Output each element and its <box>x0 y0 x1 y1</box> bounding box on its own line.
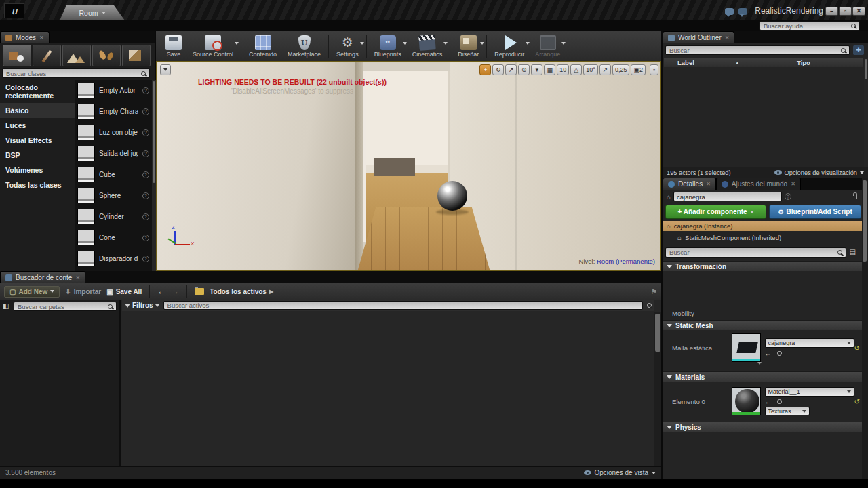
section-physics[interactable]: Physics <box>663 422 863 432</box>
asset-grid-scrollbar[interactable] <box>654 312 661 466</box>
placeable-disparador-de[interactable]: Disparador de? <box>75 248 152 269</box>
category-colocado-recientemente[interactable]: Colocado recientemente <box>0 80 75 103</box>
back-button[interactable]: ← <box>157 287 165 296</box>
tab-content-browser[interactable]: Buscador de conte ✕ <box>0 271 85 283</box>
help-icon[interactable]: ? <box>142 171 149 178</box>
add-component-button[interactable]: + Añadir componente <box>665 205 766 219</box>
save-all-button[interactable]: ▣ Save All <box>106 288 142 296</box>
category-bsp[interactable]: BSP <box>0 148 75 163</box>
scale-snap-value[interactable]: 0,25 <box>612 64 630 75</box>
placeable-cone[interactable]: Cone? <box>75 227 152 248</box>
category-todas-las-clases[interactable]: Todas las clases <box>0 178 75 192</box>
grid-snap-button[interactable]: ▦ <box>544 64 555 75</box>
help-search-input[interactable]: Buscar ayuda <box>760 21 860 30</box>
help-icon[interactable]: ? <box>142 214 149 220</box>
help-icon[interactable]: ? <box>142 108 149 115</box>
outliner-view-options[interactable]: Opciones de visualización <box>774 169 865 176</box>
tab-world-settings[interactable]: Ajustes del mundo ✕ <box>716 178 801 190</box>
breadcrumb[interactable]: Todos los activos ▶ <box>210 288 273 296</box>
level-indicator-value[interactable]: Room (Permanente) <box>597 258 655 265</box>
lock-icon[interactable] <box>852 195 857 199</box>
column-type[interactable]: Tipo <box>797 59 810 66</box>
category-visual-effects[interactable]: Visual Effects <box>0 133 75 148</box>
camera-speed-button[interactable]: ▣ 2 <box>631 64 646 75</box>
toolbar-save-button[interactable]: Save <box>160 34 187 58</box>
viewport[interactable]: ZX + ↻ ↗ ⊕ ▾ ▦ 10 △ 10° ↗ 0,25 ▣ 2 ▫ LIG… <box>156 61 661 271</box>
material-dropdown[interactable]: Material__1 <box>765 387 854 396</box>
maximize-button[interactable]: ▫ <box>839 7 852 16</box>
minimize-button[interactable]: – <box>825 7 838 16</box>
reset-icon[interactable]: ↺ <box>854 344 860 352</box>
close-icon[interactable]: ✕ <box>725 35 730 41</box>
list-view-icon[interactable]: ▤ <box>850 248 856 256</box>
feedback-icon[interactable] <box>725 8 734 15</box>
level-tab-room[interactable]: Room <box>60 5 125 20</box>
outliner-scrollbar[interactable] <box>864 58 868 167</box>
toolbar-source-control-button[interactable]: Source Control <box>187 34 239 58</box>
toolbar-cinematics-button[interactable]: Cinematics <box>407 34 448 58</box>
placeable-sphere[interactable]: Sphere? <box>75 185 152 206</box>
grid-snap-value[interactable]: 10 <box>557 64 569 75</box>
placeable-empty-actor[interactable]: Empty Actor? <box>75 80 152 101</box>
mode-landscape-button[interactable] <box>62 45 91 66</box>
toolbar-settings-button[interactable]: ⚙Settings <box>331 34 364 58</box>
category-luces[interactable]: Luces <box>0 118 75 133</box>
close-icon[interactable]: ✕ <box>791 181 795 187</box>
placeable-empty-charac[interactable]: Empty Charac? <box>75 101 152 122</box>
tab-modes[interactable]: Modes ✕ <box>0 31 50 43</box>
help-icon[interactable]: ? <box>142 150 149 157</box>
category-vol-menes[interactable]: Volúmenes <box>0 163 75 178</box>
bookmark-icon[interactable]: ⚑ <box>651 288 657 296</box>
placeable-cylinder[interactable]: Cylinder? <box>75 206 152 227</box>
help-icon[interactable]: ? <box>142 87 149 94</box>
outliner-header[interactable]: Label ▲ Tipo <box>664 58 863 67</box>
find-icon[interactable] <box>777 399 782 404</box>
component-row-instance[interactable]: ⌂ cajanegra (Instance) <box>663 221 863 231</box>
rotation-snap-value[interactable]: 10° <box>583 64 598 75</box>
add-filter-icon[interactable]: ✚ <box>853 45 864 55</box>
find-icon[interactable] <box>777 351 782 356</box>
outliner-search-input[interactable]: Buscar <box>665 45 850 55</box>
surface-snap-button[interactable]: ▾ <box>531 64 542 75</box>
browse-to-asset-icon[interactable]: ← <box>765 350 772 357</box>
section-transform[interactable]: Transformación <box>663 261 863 271</box>
translate-tool-button[interactable]: + <box>479 64 491 75</box>
placeable-luz-con-objetiv[interactable]: Luz con objetiv? <box>75 122 152 143</box>
toolbar-blueprints-button[interactable]: Blueprints <box>369 34 407 58</box>
toolbar-arranque-button[interactable]: Arranque <box>530 34 566 58</box>
close-icon[interactable]: ✕ <box>706 181 711 187</box>
report-icon[interactable] <box>738 8 747 15</box>
help-icon[interactable]: ? <box>142 129 149 136</box>
static-mesh-thumbnail[interactable] <box>732 333 760 362</box>
help-icon[interactable]: ? <box>142 192 149 199</box>
close-button[interactable]: ✕ <box>852 7 865 16</box>
folders-search-input[interactable]: Buscar carpetas <box>14 302 117 311</box>
help-icon[interactable]: ? <box>785 193 791 200</box>
assets-search-input[interactable]: Buscar activos <box>163 301 643 310</box>
filters-button[interactable]: Filtros <box>125 302 159 309</box>
mode-geometry-button[interactable] <box>122 45 151 66</box>
help-icon[interactable]: ? <box>142 256 149 262</box>
toolbar-contenido-button[interactable]: Contenido <box>243 34 282 58</box>
placeable-cube[interactable]: Cube? <box>75 164 152 185</box>
component-row-staticmesh[interactable]: ⌂ StaticMeshComponent (Inherited) <box>663 232 863 243</box>
help-icon[interactable]: ? <box>142 235 149 241</box>
maximize-viewport-icon[interactable]: ▫ <box>650 64 658 75</box>
blueprint-add-script-button[interactable]: ⚙ Blueprint/Add Script <box>769 205 861 219</box>
rotate-tool-button[interactable]: ↻ <box>492 64 504 75</box>
textures-dropdown[interactable]: Texturas <box>765 407 810 415</box>
section-materials[interactable]: Materials <box>663 371 863 382</box>
placeable-salida-del-juga[interactable]: Salida del juga? <box>75 143 152 164</box>
browse-to-asset-icon[interactable]: ← <box>765 398 772 405</box>
rotation-snap-button[interactable]: △ <box>570 64 582 75</box>
view-options-button[interactable]: Opciones de vista <box>584 469 656 476</box>
close-icon[interactable]: ✕ <box>75 274 80 281</box>
scale-snap-button[interactable]: ↗ <box>599 64 611 75</box>
category-b-sico[interactable]: Básico <box>0 103 75 118</box>
actor-name-field[interactable]: cajanegra <box>673 192 782 201</box>
mode-place-button[interactable] <box>3 45 31 66</box>
modes-search-input[interactable]: Buscar clases <box>2 68 150 78</box>
mode-paint-button[interactable] <box>33 45 61 66</box>
toolbar-reproducir-button[interactable]: Reproducir <box>489 34 530 58</box>
forward-button[interactable]: → <box>171 287 179 296</box>
